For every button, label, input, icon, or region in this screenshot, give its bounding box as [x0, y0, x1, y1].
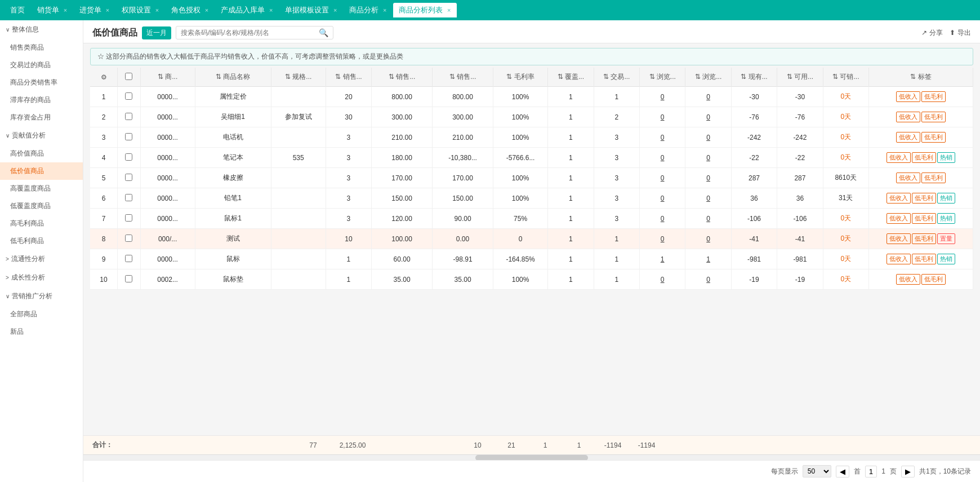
sidebar-item-stock-capital[interactable]: 库存资金占用: [0, 109, 83, 126]
col-stock2[interactable]: ⇅ 可用...: [777, 68, 823, 87]
browse-link[interactable]: 0: [706, 194, 710, 202]
row-checkbox[interactable]: [125, 92, 132, 100]
browse-link[interactable]: 0: [661, 235, 665, 243]
share-button[interactable]: ↗ 分享: [921, 28, 943, 38]
sidebar-item-high-value[interactable]: 高价值商品: [0, 145, 83, 162]
browse-link[interactable]: 0: [706, 235, 710, 243]
cell-browse1[interactable]: 0: [639, 107, 685, 127]
col-code[interactable]: ⇅ 商...: [140, 68, 195, 87]
cell-browse1[interactable]: 0: [639, 168, 685, 188]
cell-checkbox[interactable]: [118, 269, 140, 290]
nav-analysis-list[interactable]: 商品分析列表 ×: [393, 3, 456, 17]
cell-checkbox[interactable]: [118, 168, 140, 188]
browse-link[interactable]: 0: [661, 93, 665, 101]
cell-browse1[interactable]: 0: [639, 127, 685, 148]
col-sale2[interactable]: ⇅ 销售...: [433, 68, 493, 87]
cell-checkbox[interactable]: [118, 249, 140, 269]
col-trade[interactable]: ⇅ 交易...: [594, 68, 639, 87]
browse-link[interactable]: 0: [661, 194, 665, 202]
nav-template[interactable]: 单据模板设置 ×: [279, 3, 342, 17]
per-page-select[interactable]: 50 100 200: [803, 465, 831, 477]
browse-link[interactable]: 0: [706, 154, 710, 162]
close-icon[interactable]: ×: [64, 7, 67, 14]
sidebar-item-new-goods[interactable]: 新品: [0, 323, 83, 341]
cell-browse1[interactable]: 0: [639, 269, 685, 290]
nav-analysis[interactable]: 商品分析 ×: [344, 3, 392, 17]
export-button[interactable]: ⬆ 导出: [950, 28, 971, 38]
col-spec[interactable]: ⇅ 规格...: [271, 68, 326, 87]
next-page-button[interactable]: ▶: [901, 466, 915, 477]
sidebar-item-slow-stock[interactable]: 滞库存的商品: [0, 91, 83, 109]
sidebar-group-liquidity[interactable]: > 流通性分析: [0, 250, 83, 268]
browse-link[interactable]: 0: [706, 93, 710, 101]
row-checkbox[interactable]: [125, 174, 132, 181]
sidebar-item-traded-goods[interactable]: 交易过的商品: [0, 56, 83, 74]
cell-checkbox[interactable]: [118, 107, 140, 127]
sidebar-item-high-margin[interactable]: 高毛利商品: [0, 215, 83, 232]
col-margin[interactable]: ⇅ 毛利率: [493, 68, 548, 87]
sidebar-group-marketing[interactable]: ∨ 营销推广分析: [0, 287, 83, 306]
cell-checkbox[interactable]: [118, 148, 140, 168]
close-icon[interactable]: ×: [269, 7, 273, 14]
browse-link[interactable]: 0: [706, 276, 710, 284]
cell-browse1[interactable]: 0: [639, 148, 685, 168]
search-input[interactable]: [181, 29, 317, 37]
browse-link[interactable]: 0: [661, 113, 665, 121]
browse-link[interactable]: 0: [706, 113, 710, 121]
close-icon[interactable]: ×: [155, 7, 159, 14]
row-checkbox[interactable]: [125, 214, 132, 222]
cell-browse1[interactable]: 0: [639, 209, 685, 229]
sidebar-item-high-coverage[interactable]: 高覆盖度商品: [0, 180, 83, 197]
close-icon[interactable]: ×: [205, 7, 208, 14]
cell-browse1[interactable]: 0: [639, 87, 685, 107]
row-checkbox[interactable]: [125, 235, 132, 242]
sidebar-item-category-rate[interactable]: 商品分类销售率: [0, 74, 83, 91]
nav-sales[interactable]: 销货单 ×: [32, 3, 73, 17]
browse-link[interactable]: 1: [706, 255, 710, 263]
browse-link[interactable]: 1: [661, 255, 665, 263]
cell-browse1[interactable]: 0: [639, 229, 685, 249]
browse-link[interactable]: 0: [661, 134, 665, 141]
col-cover[interactable]: ⇅ 覆盖...: [548, 68, 594, 87]
nav-purchase[interactable]: 进货单 ×: [74, 3, 115, 17]
browse-link[interactable]: 0: [706, 215, 710, 223]
col-name[interactable]: ⇅ 商品名称: [195, 68, 271, 87]
cell-checkbox[interactable]: [118, 188, 140, 209]
close-icon[interactable]: ×: [383, 7, 386, 14]
browse-link[interactable]: 0: [661, 215, 665, 223]
row-checkbox[interactable]: [125, 255, 132, 262]
col-sale1[interactable]: ⇅ 销售...: [372, 68, 433, 87]
row-checkbox[interactable]: [125, 133, 132, 140]
nav-role[interactable]: 角色授权 ×: [166, 3, 214, 17]
nav-permission[interactable]: 权限设置 ×: [116, 3, 164, 17]
first-page-button[interactable]: 1: [865, 466, 877, 477]
browse-link[interactable]: 0: [661, 154, 665, 162]
nav-product-in[interactable]: 产成品入库单 ×: [215, 3, 278, 17]
prev-page-button[interactable]: ◀: [836, 466, 849, 477]
row-checkbox[interactable]: [125, 153, 132, 161]
close-icon[interactable]: ×: [333, 7, 337, 14]
browse-link[interactable]: 0: [661, 174, 665, 182]
period-button[interactable]: 近一月: [142, 26, 171, 39]
nav-home[interactable]: 首页: [5, 3, 30, 17]
sidebar-item-low-margin[interactable]: 低毛利商品: [0, 232, 83, 250]
table-container[interactable]: ⚙ ⇅ 商... ⇅ 商品名称 ⇅ 规格... ⇅ 销售... ⇅ 销售... …: [83, 68, 980, 435]
col-qty[interactable]: ⇅ 销售...: [326, 68, 371, 87]
close-icon[interactable]: ×: [106, 7, 109, 14]
sidebar-group-contribution[interactable]: ∨ 贡献值分析: [0, 126, 83, 145]
sidebar-group-growth[interactable]: > 成长性分析: [0, 268, 83, 287]
col-stock1[interactable]: ⇅ 现有...: [731, 68, 777, 87]
cell-checkbox[interactable]: [118, 229, 140, 249]
row-checkbox[interactable]: [125, 113, 132, 120]
close-icon[interactable]: ×: [447, 7, 451, 14]
sidebar-item-sales-goods[interactable]: 销售类商品: [0, 39, 83, 56]
cell-checkbox[interactable]: [118, 209, 140, 229]
browse-link[interactable]: 0: [706, 134, 710, 141]
sidebar-item-low-coverage[interactable]: 低覆盖度商品: [0, 197, 83, 215]
col-browse1[interactable]: ⇅ 浏览...: [639, 68, 685, 87]
cell-checkbox[interactable]: [118, 87, 140, 107]
col-settings[interactable]: ⚙: [90, 68, 118, 87]
col-browse2[interactable]: ⇅ 浏览...: [685, 68, 731, 87]
cell-browse1[interactable]: 1: [639, 249, 685, 269]
cell-browse1[interactable]: 0: [639, 188, 685, 209]
